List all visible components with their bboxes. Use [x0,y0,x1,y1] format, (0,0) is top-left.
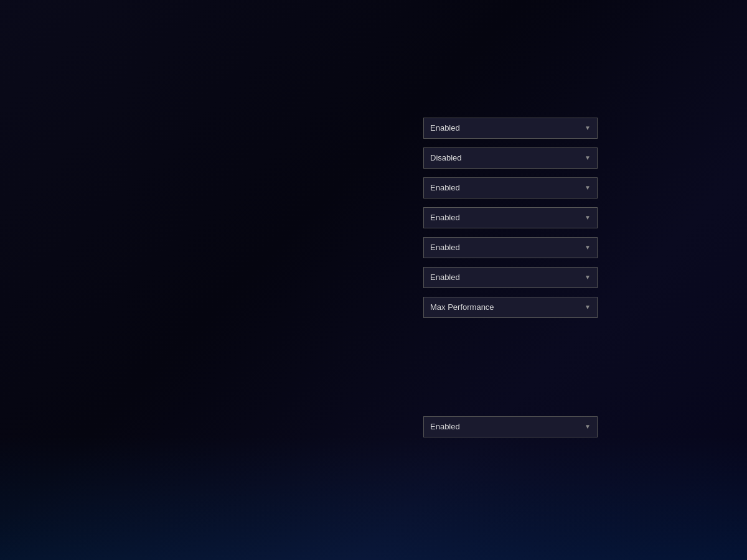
hw-prefetcher-dropdown[interactable]: Enabled ▼ [423,207,598,228]
execute-disable-arrow: ▼ [585,184,591,191]
msr-lock-arrow: ▼ [585,423,591,430]
boot-perf-dropdown-container: Max Performance ▼ [423,297,598,318]
maxcpuid-arrow: ▼ [585,154,591,161]
execute-disable-value: Enabled [430,183,460,192]
boot-perf-value: Max Performance [430,302,494,312]
hw-prefetcher-value: Enabled [430,213,460,222]
maxcpuid-dropdown[interactable]: Disabled ▼ [423,147,598,169]
vmx-dropdown[interactable]: Enabled ▼ [423,267,598,288]
hyperthreading-dropdown-container: Enabled ▼ [423,118,598,139]
msr-lock-dropdown[interactable]: Enabled ▼ [423,416,598,437]
adjacent-cache-value: Enabled [430,243,460,252]
adjacent-cache-arrow: ▼ [585,244,591,251]
hw-prefetcher-arrow: ▼ [585,214,591,221]
hyperthreading-value: Enabled [430,123,460,133]
hyperthreading-arrow: ▼ [585,124,591,131]
execute-disable-dropdown-container: Enabled ▼ [423,177,598,198]
hyperthreading-dropdown[interactable]: Enabled ▼ [423,118,598,139]
adjacent-cache-dropdown[interactable]: Enabled ▼ [423,237,598,258]
adjacent-cache-dropdown-container: Enabled ▼ [423,237,598,258]
boot-perf-arrow: ▼ [585,304,591,310]
hw-prefetcher-dropdown-container: Enabled ▼ [423,207,598,228]
maxcpuid-dropdown-container: Disabled ▼ [423,147,598,169]
msr-lock-dropdown-container: Enabled ▼ [423,416,598,437]
vmx-arrow: ▼ [585,274,591,281]
vmx-dropdown-container: Enabled ▼ [423,267,598,288]
maxcpuid-value: Disabled [430,153,462,162]
execute-disable-dropdown[interactable]: Enabled ▼ [423,177,598,198]
boot-perf-dropdown[interactable]: Max Performance ▼ [423,297,598,318]
msr-lock-value: Enabled [430,422,460,431]
vmx-value: Enabled [430,273,460,282]
